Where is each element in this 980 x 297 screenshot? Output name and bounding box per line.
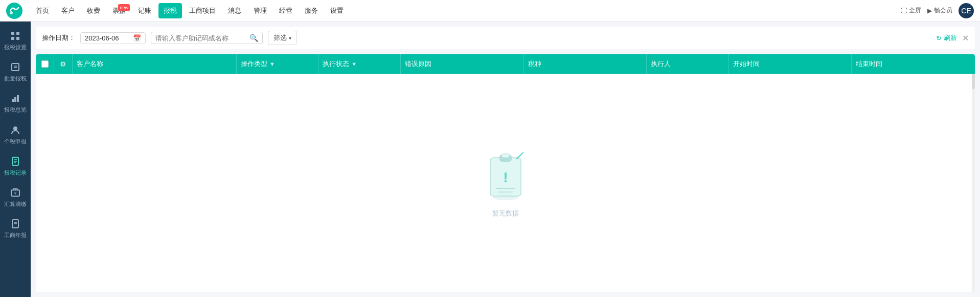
svg-rect-10	[14, 97, 16, 102]
annual-report-icon	[10, 219, 20, 230]
table-header: ⚙ 客户名称 操作类型 ▼ 执行状态 ▼ 错误原因 税种	[36, 54, 975, 74]
nav-item-charge[interactable]: 收费	[82, 3, 105, 18]
nav-item-settings[interactable]: 设置	[325, 3, 349, 18]
svg-rect-4	[11, 37, 14, 40]
settlement-icon: ¥	[10, 187, 20, 199]
search-wrapper: 🔍	[151, 32, 263, 44]
sidebar-label-personal-tax: 个税申报	[4, 138, 27, 145]
member-label: 畅会员	[934, 6, 952, 15]
th-exec-status-label: 执行状态	[323, 59, 349, 69]
sidebar-label-batch-tax: 批量报税	[4, 75, 27, 82]
th-start-time: 开始时间	[729, 54, 852, 74]
svg-rect-9	[12, 99, 14, 102]
th-start-time-label: 开始时间	[733, 59, 760, 69]
tax-record-icon	[10, 156, 20, 168]
nav-item-home[interactable]: 首页	[31, 3, 54, 18]
svg-rect-6	[12, 63, 19, 71]
sidebar-item-annual-report[interactable]: 工商年报	[0, 214, 31, 244]
fullscreen-icon: ⛶	[901, 7, 907, 14]
nav-item-message[interactable]: 消息	[223, 3, 246, 18]
th-executor: 执行人	[647, 54, 728, 74]
date-input[interactable]	[85, 34, 131, 42]
th-tax-type-label: 税种	[528, 59, 541, 69]
refresh-icon: ↻	[936, 34, 942, 42]
th-error-reason: 错误原因	[401, 54, 524, 74]
empty-illustration: !	[480, 147, 531, 204]
sidebar-label-settlement: 汇算清缴	[4, 201, 27, 207]
member-btn[interactable]: ▶ 畅会员	[927, 6, 952, 15]
toolbar: 操作日期： 📅 🔍 筛选 ▾ ↻ 刷新 ✕	[36, 27, 975, 49]
nav-item-invoice[interactable]: 票据new	[107, 3, 131, 18]
svg-rect-5	[16, 37, 19, 40]
chevron-down-icon: ▾	[289, 35, 291, 41]
date-picker[interactable]: 📅	[80, 32, 146, 44]
th-error-reason-label: 错误原因	[405, 59, 431, 69]
nav-item-commerce[interactable]: 工商项目	[184, 3, 221, 18]
close-button[interactable]: ✕	[962, 33, 969, 43]
sidebar-item-batch-tax[interactable]: 批量报税	[0, 57, 31, 87]
nav-item-service[interactable]: 服务	[300, 3, 323, 18]
header-checkbox[interactable]	[41, 60, 49, 68]
fullscreen-btn[interactable]: ⛶ 全屏	[901, 6, 921, 15]
sidebar-item-tax-record[interactable]: 报税记录	[0, 151, 31, 181]
nav-item-account[interactable]: 记账	[133, 3, 156, 18]
settings-icon: ⚙	[60, 60, 66, 68]
play-icon: ▶	[927, 7, 932, 14]
sidebar-label-tax-record: 报税记录	[4, 169, 27, 176]
scrollbar-track[interactable]	[972, 74, 975, 292]
app-logo[interactable]	[6, 3, 22, 19]
empty-text: 暂无数据	[492, 209, 519, 218]
scrollbar-thumb[interactable]	[972, 74, 975, 89]
svg-point-12	[13, 126, 17, 131]
user-avatar[interactable]: CE	[959, 3, 974, 18]
th-client-name-label: 客户名称	[77, 59, 103, 69]
svg-rect-24	[502, 154, 510, 158]
th-executor-label: 执行人	[651, 59, 671, 69]
search-input[interactable]	[155, 34, 247, 42]
th-end-time-label: 结束时间	[856, 59, 882, 69]
sidebar-item-tax-overview[interactable]: 报税总览	[0, 88, 31, 118]
main-content: 操作日期： 📅 🔍 筛选 ▾ ↻ 刷新 ✕	[31, 22, 980, 297]
sidebar-item-personal-tax[interactable]: 个税申报	[0, 120, 31, 150]
tax-settings-icon	[10, 31, 20, 43]
nav-item-tax[interactable]: 报税	[158, 3, 182, 18]
sidebar-label-tax-overview: 报税总览	[4, 107, 27, 113]
tax-overview-icon	[10, 93, 20, 105]
nav-items: 首页客户收费票据new记账报税工商项目消息管理经营服务设置	[31, 3, 901, 18]
search-button[interactable]: 🔍	[249, 34, 258, 42]
filter-button[interactable]: 筛选 ▾	[268, 31, 297, 45]
sidebar-label-annual-report: 工商年报	[4, 232, 27, 239]
svg-rect-11	[17, 95, 19, 102]
user-initials: CE	[961, 7, 971, 15]
exec-status-filter-icon: ▼	[351, 61, 357, 67]
data-table: ⚙ 客户名称 操作类型 ▼ 执行状态 ▼ 错误原因 税种	[36, 54, 975, 292]
th-checkbox[interactable]	[36, 54, 54, 74]
svg-point-0	[6, 3, 22, 19]
filter-label: 筛选	[274, 33, 287, 43]
top-nav-right: ⛶ 全屏 ▶ 畅会员 CE	[901, 3, 974, 18]
th-end-time: 结束时间	[852, 54, 975, 74]
personal-tax-icon	[10, 125, 20, 137]
nav-item-operation[interactable]: 经营	[274, 3, 298, 18]
nav-item-client[interactable]: 客户	[56, 3, 80, 18]
main-layout: 报税设置批量报税报税总览个税申报报税记录¥汇算清缴工商年报 操作日期： 📅 🔍 …	[0, 22, 980, 297]
th-settings[interactable]: ⚙	[54, 54, 73, 74]
op-type-filter-icon: ▼	[269, 61, 275, 67]
calendar-icon: 📅	[133, 34, 141, 42]
sidebar: 报税设置批量报税报税总览个税申报报税记录¥汇算清缴工商年报	[0, 22, 31, 297]
table-body: ! 暂无数据	[36, 74, 975, 292]
refresh-button[interactable]: ↻ 刷新	[936, 33, 957, 43]
sidebar-item-tax-settings[interactable]: 报税设置	[0, 26, 31, 56]
refresh-label: 刷新	[944, 33, 957, 43]
svg-text:¥: ¥	[14, 192, 16, 195]
nav-item-manage[interactable]: 管理	[248, 3, 272, 18]
nav-badge-invoice: new	[118, 4, 130, 11]
th-exec-status[interactable]: 执行状态 ▼	[318, 54, 400, 74]
batch-tax-icon	[10, 62, 20, 74]
svg-rect-2	[11, 32, 14, 35]
svg-rect-3	[16, 32, 19, 35]
sidebar-item-settlement[interactable]: ¥汇算清缴	[0, 182, 31, 213]
date-label: 操作日期：	[42, 33, 75, 43]
th-op-type[interactable]: 操作类型 ▼	[237, 54, 318, 74]
empty-state: ! 暂无数据	[470, 137, 541, 228]
